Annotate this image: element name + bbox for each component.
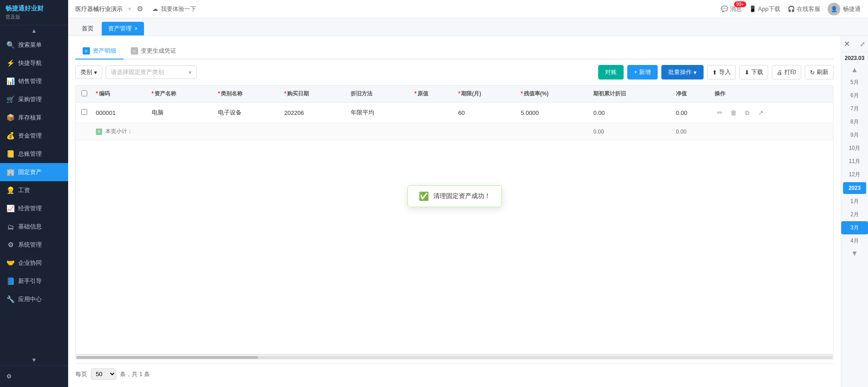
per-page-select[interactable]: 50 100 200 <box>91 368 116 380</box>
sidebar-item-operations[interactable]: 📈经营管理 <box>0 199 68 218</box>
sidebar-item-collab[interactable]: 🤝企业协同 <box>0 254 68 272</box>
sidebar-item-fixed-assets[interactable]: 🏢固定资产 <box>0 163 68 181</box>
search-icon: 🔍 <box>6 41 15 49</box>
download-icon: ⬇ <box>744 69 749 76</box>
app-logo-title: 畅捷通好业财 <box>5 5 63 13</box>
table-row: 000001 电脑 电子设备 202206 年限平均 60 5.0000 0.0… <box>76 103 833 123</box>
online-service-btn[interactable]: 🎧 在线客服 <box>788 5 820 13</box>
tab-asset-mgmt[interactable]: 资产管理 × <box>102 22 144 35</box>
cloud-icon: ☁ <box>152 5 158 12</box>
messages-btn[interactable]: 💬 消息 99+ <box>721 5 742 13</box>
row-checkbox[interactable] <box>81 109 87 115</box>
delete-btn[interactable]: 🗑 <box>728 107 739 118</box>
month-4[interactable]: 4月 <box>841 234 868 248</box>
subtotal-label: 本页小计： <box>105 128 133 134</box>
sidebar-item-system[interactable]: ⚙系统管理 <box>0 236 68 254</box>
toast-success-icon: ✅ <box>419 191 429 201</box>
sidebar-item-search[interactable]: 🔍搜索菜单 <box>0 36 68 54</box>
reconcile-btn[interactable]: 对账 <box>598 65 624 79</box>
category-select-arrow: ▾ <box>188 69 192 76</box>
dropdown-arrow[interactable]: ▾ <box>128 5 131 12</box>
tab-home-label: 首页 <box>82 25 94 32</box>
sidebar-scroll-down[interactable]: ▼ <box>0 355 68 365</box>
month-11[interactable]: 11月 <box>841 155 868 168</box>
select-all-checkbox[interactable] <box>81 90 87 96</box>
sales-icon: 📊 <box>6 77 15 85</box>
col-code: *编码 <box>92 85 148 103</box>
select-all-cell[interactable] <box>76 85 92 103</box>
category-select[interactable]: 请选择固定资产类别 ▾ <box>106 65 197 79</box>
month-2[interactable]: 2月 <box>841 208 868 221</box>
panel-down-arrow[interactable]: ▼ <box>849 248 860 259</box>
print-label: 打印 <box>784 68 796 76</box>
sidebar-label-system: 系统管理 <box>18 241 42 249</box>
col-purchase-date: *购买日期 <box>281 85 347 103</box>
batch-ops-arrow: ▾ <box>694 69 697 76</box>
month-3-active[interactable]: 3月 <box>841 221 868 234</box>
subtotal-actions <box>711 123 833 140</box>
sidebar-item-inventory[interactable]: 📦库存核算 <box>0 109 68 127</box>
batch-ops-btn[interactable]: 批量操作 ▾ <box>661 65 704 79</box>
panel-expand-btn[interactable]: ⤢ <box>860 40 865 48</box>
scrollbar-thumb[interactable] <box>76 356 258 359</box>
category-filter[interactable]: 类别 ▾ <box>75 65 102 79</box>
panel-close-btn[interactable]: ✕ <box>844 40 850 48</box>
month-5[interactable]: 5月 <box>841 76 868 89</box>
inventory-icon: 📦 <box>6 114 15 122</box>
sidebar-item-apps[interactable]: 🔧应用中心 <box>0 290 68 308</box>
experience-label[interactable]: ☁ 我要体验一下 <box>152 5 196 13</box>
more-btn[interactable]: ↗ <box>755 107 766 118</box>
sidebar-item-basic-info[interactable]: 🗂基础信息 <box>0 218 68 236</box>
per-page-label: 每页 <box>75 370 87 378</box>
app-download-btn[interactable]: 📱 App下载 <box>749 5 780 13</box>
sidebar-settings-btn[interactable]: ⚙ <box>0 369 68 383</box>
user-info[interactable]: 👤 畅捷通 <box>828 3 861 15</box>
tab-home[interactable]: 首页 <box>75 22 100 35</box>
sidebar-item-funds[interactable]: 💰资金管理 <box>0 127 68 145</box>
scrollbar-track[interactable] <box>76 356 833 359</box>
sidebar-scroll-up[interactable]: ▲ <box>0 25 68 36</box>
month-6[interactable]: 6月 <box>841 89 868 102</box>
sidebar-item-salary[interactable]: 👷工资 <box>0 181 68 199</box>
service-icon: 🎧 <box>788 5 795 12</box>
sidebar-item-quicknav[interactable]: ⚡快捷导航 <box>0 54 68 72</box>
import-btn[interactable]: ⬆ 导入 <box>707 65 736 79</box>
row-original-value <box>411 103 454 123</box>
table-header-row: *编码 *资产名称 *类别名称 *购买日期 折旧方法 *原值 *期限(月) *残… <box>76 85 833 103</box>
new-btn[interactable]: + 新增 <box>627 65 658 79</box>
sidebar-item-purchase[interactable]: 🛒采购管理 <box>0 90 68 109</box>
month-7[interactable]: 7月 <box>841 102 868 115</box>
download-btn[interactable]: ⬇ 下载 <box>739 65 768 79</box>
col-original-value: *原值 <box>411 85 454 103</box>
tab-close-btn[interactable]: × <box>134 25 138 32</box>
sub-tab-asset-detail[interactable]: ≡ 资产明细 <box>75 43 124 60</box>
sidebar-label-ledger: 总账管理 <box>18 150 42 158</box>
panel-year-label: 2023.03 <box>843 52 866 64</box>
print-btn[interactable]: 🖨 打印 <box>772 65 801 79</box>
row-period: 60 <box>455 103 517 123</box>
toast-message: 清理固定资产成功！ <box>433 192 491 200</box>
month-9[interactable]: 9月 <box>841 129 868 142</box>
row-checkbox-cell[interactable] <box>76 103 92 123</box>
month-12[interactable]: 12月 <box>841 168 868 181</box>
settings-gear-icon[interactable]: ⚙ <box>137 5 143 13</box>
sidebar-label-collab: 企业协同 <box>18 259 42 267</box>
sidebar-label-operations: 经营管理 <box>18 204 42 213</box>
sidebar-item-guide[interactable]: 📘新手引导 <box>0 272 68 290</box>
month-10[interactable]: 10月 <box>841 142 868 155</box>
import-icon: ⬆ <box>712 69 717 76</box>
month-1[interactable]: 1月 <box>841 195 868 208</box>
row-category: 电子设备 <box>214 103 281 123</box>
apps-icon: 🔧 <box>6 295 15 303</box>
horizontal-scrollbar[interactable] <box>75 354 833 360</box>
panel-up-arrow[interactable]: ▲ <box>849 64 860 76</box>
tab-asset-mgmt-label: 资产管理 <box>108 25 132 33</box>
refresh-btn[interactable]: ↻ 刷新 <box>805 65 833 79</box>
month-8[interactable]: 8月 <box>841 115 868 129</box>
sidebar-item-ledger[interactable]: 📒总账管理 <box>0 145 68 163</box>
action-btns: ✏ 🗑 ⧉ ↗ <box>714 107 829 118</box>
sidebar-item-sales[interactable]: 📊销售管理 <box>0 72 68 90</box>
edit-btn[interactable]: ✏ <box>714 107 725 118</box>
copy-btn[interactable]: ⧉ <box>742 107 753 118</box>
sub-tab-voucher[interactable]: ≡ 变更生成凭证 <box>124 43 184 60</box>
